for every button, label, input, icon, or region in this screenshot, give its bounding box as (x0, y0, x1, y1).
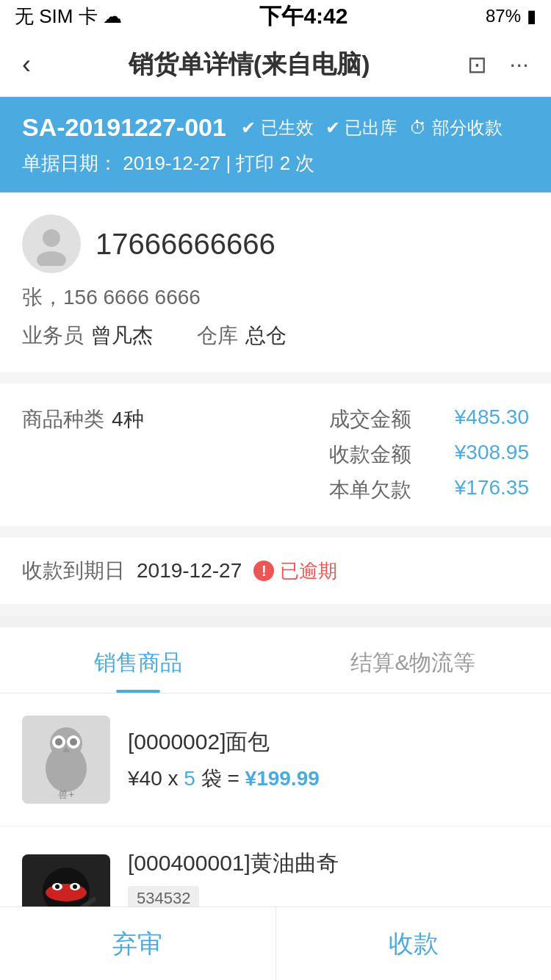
customer-section: 17666666666 张，156 6666 6666 业务员 曾凡杰 仓库 总… (0, 192, 551, 372)
product-kind: 商品种类 4种 (22, 406, 144, 433)
price-x-1: x (168, 767, 184, 790)
sales-person: 业务员 曾凡杰 (22, 322, 153, 350)
share-button[interactable]: ⊡ (467, 51, 487, 79)
order-date-info: 单据日期： 2019-12-27 | 打印 2 次 (22, 151, 529, 176)
back-button[interactable]: ‹ (22, 49, 31, 80)
warehouse-value: 总仓 (245, 322, 287, 350)
more-button[interactable]: ··· (509, 51, 529, 78)
product-title-1: 面包 (226, 729, 270, 754)
overdue-badge: ! 已逾期 (253, 558, 337, 584)
svg-text:兽+: 兽+ (58, 788, 74, 800)
page-title: 销货单详情(来自电脑) (129, 48, 370, 82)
product-name-1: [0000002]面包 (128, 727, 529, 757)
section-divider (0, 616, 551, 627)
customer-meta: 业务员 曾凡杰 仓库 总仓 (22, 322, 529, 350)
stats-left: 商品种类 4种 (22, 406, 144, 433)
deal-label: 成交金额 (329, 406, 411, 433)
product-info-1: [0000002]面包 ¥40 x 5 袋 = ¥199.99 (128, 727, 529, 793)
receipt-label: 收款金额 (329, 441, 411, 469)
debt-label: 本单欠款 (329, 476, 411, 504)
deal-amount: 成交金额 ¥485.30 (329, 406, 529, 433)
debt-value: ¥176.35 (433, 476, 529, 504)
order-id: SA-20191227-001 (22, 113, 226, 142)
due-date: 2019-12-27 (137, 559, 242, 583)
tab-underline (116, 690, 160, 693)
product-item: 兽+ [0000002]面包 ¥40 x 5 袋 = ¥199.99 (0, 693, 551, 826)
svg-point-1 (37, 251, 66, 266)
stats-right: 成交金额 ¥485.30 收款金额 ¥308.95 本单欠款 ¥176.35 (329, 406, 529, 504)
kind-value: 4种 (112, 406, 144, 433)
svg-point-17 (73, 884, 77, 889)
due-section: 收款到期日 2019-12-27 ! 已逾期 (0, 538, 551, 604)
battery-percent: 87% (486, 6, 521, 26)
customer-avatar (22, 215, 81, 273)
tab-settlement-label: 结算&物流等 (350, 650, 475, 674)
price-unit-1: 袋 (201, 767, 222, 790)
customer-phone: 17666666666 (96, 228, 276, 261)
svg-point-8 (70, 738, 77, 746)
badge-effective: ✔ 已生效 (241, 116, 314, 140)
overdue-icon: ! (253, 561, 274, 581)
receipt-button[interactable]: 收款 (276, 907, 552, 980)
battery-icon: ▮ (527, 6, 536, 26)
price-eq-1: = (227, 767, 245, 790)
nav-bar: ‹ 销货单详情(来自电脑) ⊡ ··· (0, 32, 551, 97)
header-banner: SA-20191227-001 ✔ 已生效 ✔ 已出库 ⏱ 部分收款 单据日期：… (0, 97, 551, 192)
order-date: 2019-12-27 (123, 152, 220, 174)
cancel-review-button[interactable]: 弃审 (0, 907, 276, 980)
status-signal: 无 SIM 卡 ☁ (15, 4, 122, 29)
bottom-bar: 弃审 收款 (0, 907, 551, 980)
badge-partial: ⏱ 部分收款 (409, 116, 503, 140)
price-qty-1: 5 (184, 767, 195, 790)
price-total-1: ¥199.99 (245, 767, 320, 790)
customer-name-phone: 张，156 6666 6666 (22, 284, 529, 311)
product-code-1: [0000002] (128, 729, 226, 754)
product-title-2: 黄油曲奇 (251, 851, 339, 875)
kind-label: 商品种类 (22, 406, 104, 433)
status-badges: ✔ 已生效 ✔ 已出库 ⏱ 部分收款 (241, 116, 503, 140)
product-thumbnail-1: 兽+ (22, 716, 110, 804)
nav-actions: ⊡ ··· (467, 51, 529, 79)
overdue-text: 已逾期 (280, 558, 337, 584)
product-name-2: [000400001]黄油曲奇 (128, 849, 529, 879)
cancel-label: 弃审 (112, 927, 162, 961)
status-bar: 无 SIM 卡 ☁ 下午4:42 87% ▮ (0, 0, 551, 32)
sales-label: 业务员 (22, 322, 84, 350)
price-base-1: ¥40 (128, 767, 162, 790)
due-label: 收款到期日 (22, 557, 125, 585)
warehouse-label: 仓库 (197, 322, 238, 350)
svg-point-7 (55, 738, 62, 746)
badge-shipped: ✔ 已出库 (325, 116, 398, 140)
receipt-value: ¥308.95 (433, 441, 529, 469)
warehouse-info: 仓库 总仓 (197, 322, 287, 350)
svg-point-0 (43, 229, 60, 247)
svg-point-16 (55, 884, 60, 889)
deal-value: ¥485.30 (433, 406, 529, 433)
tabs-section: 销售商品 结算&物流等 (0, 627, 551, 693)
receipt-amount: 收款金额 ¥308.95 (329, 441, 529, 469)
tab-sales-label: 销售商品 (94, 650, 182, 674)
status-battery: 87% ▮ (486, 6, 536, 26)
sales-value: 曾凡杰 (91, 322, 153, 350)
product-price-1: ¥40 x 5 袋 = ¥199.99 (128, 765, 529, 793)
svg-point-13 (46, 884, 87, 901)
tab-sales-products[interactable]: 销售商品 (0, 627, 276, 693)
confirm-label: 收款 (389, 927, 439, 961)
stats-section: 商品种类 4种 成交金额 ¥485.30 收款金额 ¥308.95 本单欠款 ¥… (0, 383, 551, 526)
status-time: 下午4:42 (259, 1, 347, 32)
tab-settlement[interactable]: 结算&物流等 (276, 627, 551, 693)
print-info: | 打印 2 次 (226, 152, 314, 174)
product-code-2: [000400001] (128, 851, 251, 875)
debt-amount: 本单欠款 ¥176.35 (329, 476, 529, 504)
date-label: 单据日期： (22, 152, 118, 174)
